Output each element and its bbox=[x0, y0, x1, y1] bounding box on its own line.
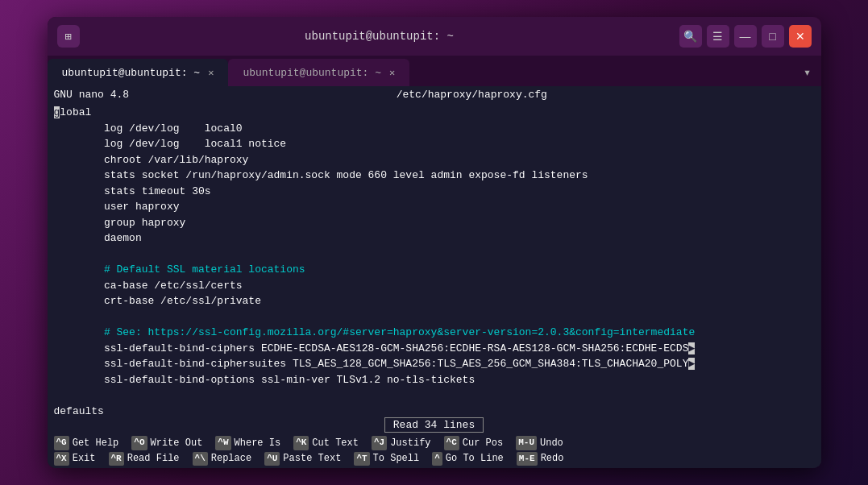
key-redo: M-E bbox=[517, 452, 538, 466]
editor-line-10 bbox=[54, 247, 815, 263]
footer-item-exit: ^X Exit bbox=[54, 451, 96, 466]
footer-item-justify: ^J Justify bbox=[372, 436, 431, 451]
editor-line-14 bbox=[54, 309, 815, 325]
label-tospell: To Spell bbox=[373, 451, 420, 466]
footer-item-undo: M-U Undo bbox=[516, 436, 563, 451]
label-justify: Justify bbox=[390, 436, 430, 451]
key-whereis: ^W bbox=[215, 436, 230, 450]
editor-line-9: daemon bbox=[54, 230, 815, 247]
close-button[interactable]: ✕ bbox=[789, 25, 812, 48]
tab-2-close[interactable]: ✕ bbox=[389, 67, 395, 79]
label-gethelp: Get Help bbox=[73, 436, 119, 451]
search-button[interactable]: 🔍 bbox=[679, 25, 702, 48]
editor-content[interactable]: global log /dev/log local0 log /dev/log … bbox=[48, 103, 821, 416]
key-justify: ^J bbox=[372, 436, 387, 450]
label-cuttext: Cut Text bbox=[312, 436, 359, 451]
footer-item-redo: M-E Redo bbox=[517, 451, 564, 466]
key-pastetext: ^U bbox=[264, 452, 280, 466]
editor-line-12: ca-base /etc/ssl/certs bbox=[54, 278, 815, 294]
titlebar-left: ⊞ bbox=[57, 25, 80, 48]
menu-button[interactable]: ☰ bbox=[707, 25, 729, 48]
footer-item-replace: ^\ Replace bbox=[193, 451, 252, 466]
titlebar-title: ubuntupit@ubuntupit: ~ bbox=[80, 30, 679, 43]
key-writeout: ^O bbox=[131, 436, 147, 450]
editor-line-1: global bbox=[54, 105, 815, 121]
key-gotoline: ^ bbox=[432, 452, 442, 466]
label-replace: Replace bbox=[211, 451, 251, 466]
footer-item-gotoline: ^ Go To Line bbox=[432, 451, 504, 466]
key-cuttext: ^K bbox=[293, 436, 309, 450]
label-gotoline: Go To Line bbox=[446, 451, 504, 466]
terminal-area[interactable]: GNU nano 4.8 /etc/haproxy/haproxy.cfg gl… bbox=[48, 86, 821, 468]
footer-row-1: ^G Get Help ^O Write Out ^W Where Is ^K … bbox=[54, 436, 815, 451]
label-curpos: Cur Pos bbox=[463, 436, 503, 451]
footer-item-tospell: ^T To Spell bbox=[354, 451, 419, 466]
key-gethelp: ^G bbox=[54, 436, 69, 450]
tab-2[interactable]: ubuntupit@ubuntupit: ~ ✕ bbox=[228, 59, 409, 86]
editor-line-7: user haproxy bbox=[54, 199, 815, 215]
editor-line-17: ssl-default-bind-ciphersuites TLS_AES_12… bbox=[54, 356, 815, 372]
footer-item-readfile: ^R Read File bbox=[109, 451, 180, 466]
label-redo: Redo bbox=[541, 451, 564, 466]
nano-header: GNU nano 4.8 /etc/haproxy/haproxy.cfg bbox=[48, 86, 821, 103]
footer-item-whereis: ^W Where Is bbox=[215, 436, 280, 451]
footer-item-cuttext: ^K Cut Text bbox=[293, 436, 359, 451]
tab-2-label: ubuntupit@ubuntupit: ~ bbox=[243, 67, 381, 79]
maximize-button[interactable]: □ bbox=[762, 25, 784, 48]
tab-1-label: ubuntupit@ubuntupit: ~ bbox=[62, 67, 201, 79]
editor-line-5: stats socket /run/haproxy/admin.sock mod… bbox=[54, 168, 815, 184]
terminal-window: ⊞ ubuntupit@ubuntupit: ~ 🔍 ☰ — □ ✕ ubunt… bbox=[48, 17, 821, 468]
nano-version: GNU nano 4.8 bbox=[54, 89, 130, 101]
label-pastetext: Paste Text bbox=[283, 451, 341, 466]
nano-footer: ^G Get Help ^O Write Out ^W Where Is ^K … bbox=[48, 434, 821, 468]
editor-line-11: # Default SSL material locations bbox=[54, 262, 815, 278]
titlebar-controls: 🔍 ☰ — □ ✕ bbox=[679, 25, 812, 48]
editor-line-18: ssl-default-bind-options ssl-min-ver TLS… bbox=[54, 372, 815, 388]
key-curpos: ^C bbox=[444, 436, 459, 450]
editor-line-20: defaults bbox=[54, 404, 815, 416]
key-exit: ^X bbox=[54, 452, 69, 466]
key-tospell: ^T bbox=[354, 452, 369, 466]
editor-line-3: log /dev/log local1 notice bbox=[54, 136, 815, 152]
footer-item-gethelp: ^G Get Help bbox=[54, 436, 119, 451]
nano-filename: /etc/haproxy/haproxy.cfg bbox=[397, 89, 547, 101]
label-readfile: Read File bbox=[127, 451, 180, 466]
key-undo: M-U bbox=[516, 436, 537, 450]
tab-1[interactable]: ubuntupit@ubuntupit: ~ ✕ bbox=[48, 59, 229, 86]
editor-line-2: log /dev/log local0 bbox=[54, 121, 815, 137]
footer-item-pastetext: ^U Paste Text bbox=[264, 451, 341, 466]
editor-line-19 bbox=[54, 388, 815, 404]
footer-item-writeout: ^O Write Out bbox=[131, 436, 202, 451]
notification-text: Read 34 lines bbox=[384, 417, 484, 433]
new-tab-button[interactable]: ▾ bbox=[794, 59, 821, 86]
key-readfile: ^R bbox=[109, 452, 124, 466]
tab-1-close[interactable]: ✕ bbox=[208, 67, 214, 79]
editor-line-8: group haproxy bbox=[54, 215, 815, 231]
editor-line-16: ssl-default-bind-ciphers ECDHE-ECDSA-AES… bbox=[54, 341, 815, 357]
tabbar: ubuntupit@ubuntupit: ~ ✕ ubuntupit@ubunt… bbox=[48, 56, 821, 86]
app-icon: ⊞ bbox=[57, 25, 80, 48]
editor-line-15: # See: https://ssl-config.mozilla.org/#s… bbox=[54, 325, 815, 341]
titlebar: ⊞ ubuntupit@ubuntupit: ~ 🔍 ☰ — □ ✕ bbox=[48, 17, 821, 56]
footer-item-curpos: ^C Cur Pos bbox=[444, 436, 504, 451]
label-undo: Undo bbox=[540, 436, 563, 451]
editor-line-13: crt-base /etc/ssl/private bbox=[54, 293, 815, 309]
minimize-button[interactable]: — bbox=[734, 25, 757, 48]
editor-line-4: chroot /var/lib/haproxy bbox=[54, 152, 815, 168]
label-writeout: Write Out bbox=[151, 436, 203, 451]
key-replace: ^\ bbox=[193, 452, 208, 466]
label-whereis: Where Is bbox=[235, 436, 281, 451]
notification-bar: Read 34 lines bbox=[48, 416, 821, 434]
label-exit: Exit bbox=[73, 451, 96, 466]
footer-row-2: ^X Exit ^R Read File ^\ Replace ^U Paste… bbox=[54, 451, 815, 466]
editor-line-6: stats timeout 30s bbox=[54, 184, 815, 200]
